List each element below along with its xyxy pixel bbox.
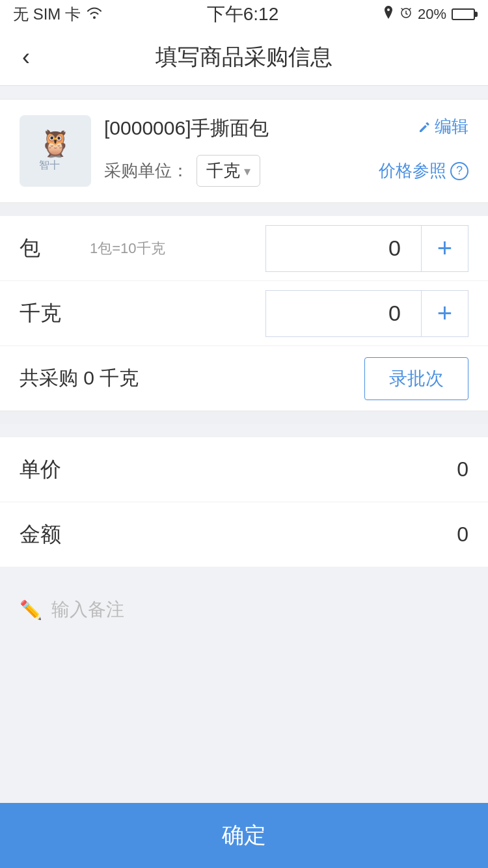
price-ref-button[interactable]: 价格参照 ? [379,159,468,182]
kg-label: 千克 [20,299,85,328]
bag-input-row: 包 1包=10千克 + [0,216,488,281]
status-left: 无 SIM 卡 [13,4,103,25]
batch-button[interactable]: 录批次 [364,357,468,400]
kg-plus-button[interactable]: + [422,290,468,337]
amount-value: 0 [457,522,468,547]
amount-label: 金额 [20,521,61,549]
product-logo-text: 智十 [39,159,72,172]
bag-label: 包 [20,234,85,263]
unit-price-row: 单价 0 [0,437,488,502]
battery-percentage: 20% [418,6,446,23]
note-section[interactable]: ✏️ 输入备注 [0,580,488,639]
chevron-down-icon: ▾ [244,163,251,179]
status-bar: 无 SIM 卡 下午6:12 [0,0,488,29]
edit-button[interactable]: 编辑 [418,115,468,138]
summary-row: 共采购 0 千克 录批次 [0,346,488,411]
bag-input-right: + [265,225,468,272]
kg-quantity-input[interactable] [265,290,422,337]
alarm-icon [400,6,413,23]
product-name: [0000006]手撕面包 [104,115,269,142]
bag-sublabel: 1包=10千克 [90,239,165,258]
pencil-icon: ✏️ [20,599,42,621]
price-ref-label: 价格参照 [379,159,446,182]
section-divider-1 [0,203,488,216]
status-time: 下午6:12 [207,2,279,27]
battery-icon [452,8,475,20]
unit-select[interactable]: 千克 ▾ [197,155,260,187]
input-section: 包 1包=10千克 + 千克 + [0,216,488,346]
summary-text: 共采购 0 千克 [20,365,139,392]
product-name-row: [0000006]手撕面包 编辑 [104,115,468,142]
product-logo-icon: 🦉 [39,130,72,156]
wifi-icon [86,5,103,23]
summary-quantity: 0 [83,367,94,388]
purchase-unit-label: 采购单位： [104,159,189,182]
section-divider-2 [0,411,488,424]
location-icon [383,6,394,23]
note-placeholder: 输入备注 [51,597,124,622]
nav-bar: ‹ 填写商品采购信息 [0,29,488,86]
amount-row: 金额 0 [0,502,488,567]
kg-input-row: 千克 + [0,281,488,346]
unit-price-value: 0 [457,457,468,481]
help-icon: ? [450,162,468,180]
status-right: 20% [383,6,475,23]
bag-quantity-input[interactable] [265,225,422,272]
confirm-button-label: 确定 [222,821,266,850]
confirm-bar[interactable]: 确定 [0,803,488,868]
back-button[interactable]: ‹ [16,37,36,77]
price-info-section: 单价 0 金额 0 [0,437,488,567]
unit-select-value: 千克 [206,159,240,182]
product-thumbnail: 🦉 智十 [20,115,91,187]
batch-button-label: 录批次 [389,366,444,391]
purchase-unit-row: 采购单位： 千克 ▾ 价格参照 ? [104,155,468,187]
edit-label: 编辑 [435,115,468,138]
product-card: 🦉 智十 [0000006]手撕面包 编辑 采购单位： [0,99,488,203]
kg-input-right: + [265,290,468,337]
page-title: 填写商品采购信息 [156,42,332,72]
bag-plus-button[interactable]: + [422,225,468,272]
product-info: [0000006]手撕面包 编辑 采购单位： 千克 ▾ [104,115,468,187]
carrier-text: 无 SIM 卡 [13,4,81,25]
unit-price-label: 单价 [20,455,61,484]
